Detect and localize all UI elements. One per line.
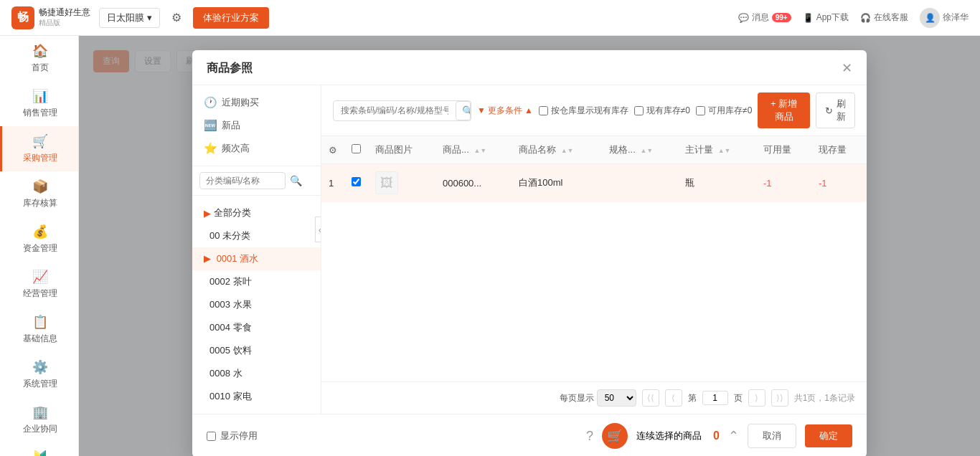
cell-stock: -1 <box>811 164 867 202</box>
experience-button[interactable]: 体验行业方案 <box>193 7 269 29</box>
page-label: 第 <box>688 392 697 404</box>
sort-icon-spec: ▲▼ <box>640 147 653 154</box>
sidebar-item-purchase[interactable]: 🛒 采购管理 <box>0 126 78 171</box>
col-spec[interactable]: 规格... ▲▼ <box>602 136 678 164</box>
show-disabled-checkbox[interactable] <box>207 432 216 441</box>
filter-usable-nonzero[interactable]: 可用库存≠0 <box>696 105 752 117</box>
cart-collapse-icon[interactable]: ⌃ <box>728 428 739 444</box>
last-page-button[interactable]: ⟩⟩ <box>771 389 788 407</box>
user-name: 徐泽华 <box>943 11 969 24</box>
confirm-button[interactable]: 确定 <box>805 424 852 447</box>
cell-unit: 瓶 <box>678 164 756 202</box>
page-size-label: 每页显示 <box>560 392 594 404</box>
sidebar-label-purchase: 采购管理 <box>23 152 57 164</box>
sort-icon-code: ▲▼ <box>473 147 486 154</box>
next-page-button[interactable]: ⟩ <box>748 389 765 407</box>
sidebar-item-inventory[interactable]: 📦 库存核算 <box>0 171 78 217</box>
category-item-0004[interactable]: 0004 零食 <box>192 316 321 339</box>
cart-button[interactable]: 🛒 <box>602 423 628 449</box>
filter-warehouse-label: 按仓库显示现有库存 <box>551 105 628 117</box>
store-select[interactable]: 日太阳膜 ▾ <box>99 8 160 28</box>
sidebar: 🏠 首页 📊 销售管理 🛒 采购管理 📦 库存核算 💰 资金管理 📈 经营管理 … <box>0 36 79 456</box>
col-code[interactable]: 商品... ▲▼ <box>435 136 512 164</box>
filter-available-nonzero[interactable]: 现有库存≠0 <box>634 105 690 117</box>
star-icon: ⭐ <box>204 142 217 155</box>
product-name: 白酒100ml <box>519 177 562 188</box>
sidebar-label-enterprise: 企业协同 <box>23 423 57 435</box>
cancel-button[interactable]: 取消 <box>748 424 796 448</box>
filter-by-warehouse[interactable]: 按仓库显示现有库存 <box>539 105 628 117</box>
category-search-input[interactable] <box>199 172 286 189</box>
page-size-select: 每页显示 10 20 50 100 <box>560 389 636 407</box>
sidebar-item-sales[interactable]: 📊 销售管理 <box>0 81 78 126</box>
app-download-button[interactable]: 📱 App下载 <box>803 11 849 24</box>
page-input[interactable] <box>702 391 728 405</box>
category-item-0005[interactable]: 0005 饮料 <box>192 339 321 362</box>
col-checkbox-all[interactable] <box>344 136 368 164</box>
add-product-button[interactable]: + 新增商品 <box>758 92 810 128</box>
page-size-dropdown[interactable]: 10 20 50 100 <box>597 389 636 407</box>
col-settings[interactable]: ⚙ <box>321 136 344 164</box>
shortcut-recent[interactable]: 🕐 近期购买 <box>192 91 321 114</box>
table-row[interactable]: 1 🖼 000600... <box>321 164 867 202</box>
filter-more-button[interactable]: ▼ 更多条件 ▲ <box>477 105 533 117</box>
refresh-icon: ↻ <box>825 105 833 116</box>
purchase-icon: 🛒 <box>32 133 48 149</box>
category-item-0003[interactable]: 0003 水果 <box>192 293 321 316</box>
filter-warehouse-checkbox[interactable] <box>539 106 548 115</box>
message-badge: 99+ <box>772 13 791 22</box>
category-collapse-button[interactable]: ‹‹ <box>315 217 321 242</box>
gear-icon[interactable]: ⚙ <box>169 8 184 27</box>
row-checkbox[interactable] <box>352 177 361 186</box>
category-item-00[interactable]: 00 未分类 <box>192 224 321 247</box>
select-all-checkbox[interactable] <box>352 144 361 153</box>
cell-spec <box>602 164 678 202</box>
triangle-icon-0001: ▶ <box>204 253 211 264</box>
sidebar-item-operation[interactable]: 📈 经营管理 <box>0 262 78 307</box>
category-0001-label: 0001 酒水 <box>217 253 259 264</box>
category-item-0008[interactable]: 0008 水 <box>192 362 321 385</box>
first-page-button[interactable]: ⟨⟨ <box>642 389 659 407</box>
message-button[interactable]: 💬 消息 99+ <box>738 11 791 24</box>
service-button[interactable]: 🎧 在线客服 <box>860 11 908 24</box>
table-header-row: ⚙ 商品图片 商品... ▲▼ <box>321 136 867 164</box>
user-area[interactable]: 👤 徐泽华 <box>920 8 969 28</box>
pagination-bar: 每页显示 10 20 50 100 ⟨⟨ ⟨ 第 页 <box>321 381 867 414</box>
product-code: 000600... <box>443 178 481 189</box>
sidebar-item-finance[interactable]: 💰 资金管理 <box>0 217 78 262</box>
col-name[interactable]: 商品名称 ▲▼ <box>512 136 602 164</box>
filter-usable-checkbox[interactable] <box>696 106 705 115</box>
category-search-icon[interactable]: 🔍 <box>290 175 302 186</box>
category-item-0001[interactable]: ▶ 0001 酒水 <box>192 247 321 270</box>
modal-close-button[interactable]: ✕ <box>842 60 852 76</box>
sidebar-label-inventory: 库存核算 <box>23 197 57 209</box>
sidebar-item-guide[interactable]: 🔰 新手引导 <box>0 442 78 456</box>
category-all[interactable]: ▶ 全部分类 <box>192 201 321 224</box>
sidebar-item-system[interactable]: ⚙️ 系统管理 <box>0 352 78 397</box>
product-search-input[interactable] <box>334 102 456 119</box>
filter-bar: 🔍 ▼ 更多条件 ▲ 按仓库显示现有库存 <box>321 85 867 136</box>
prev-page-button[interactable]: ⟨ <box>665 389 682 407</box>
sidebar-item-enterprise[interactable]: 🏢 企业协同 <box>0 397 78 442</box>
category-item-0010[interactable]: 0010 家电 <box>192 385 321 408</box>
help-icon[interactable]: ? <box>586 429 593 444</box>
cell-checkbox[interactable] <box>344 164 368 202</box>
sidebar-item-basic[interactable]: 📋 基础信息 <box>0 307 78 352</box>
system-icon: ⚙️ <box>32 359 48 375</box>
filter-available-checkbox[interactable] <box>634 106 644 115</box>
category-item-0002[interactable]: 0002 茶叶 <box>192 270 321 293</box>
col-stock: 现存量 <box>811 136 867 164</box>
app-label: App下载 <box>816 11 849 24</box>
col-unit[interactable]: 主计量 ▲▼ <box>678 136 756 164</box>
product-search-icon[interactable]: 🔍 <box>456 101 471 120</box>
basic-icon: 📋 <box>32 314 48 330</box>
cell-image: 🖼 <box>368 164 435 202</box>
nav-right: 💬 消息 99+ 📱 App下载 🎧 在线客服 👤 徐泽华 <box>738 8 969 28</box>
sidebar-item-home[interactable]: 🏠 首页 <box>0 36 78 81</box>
shortcut-new[interactable]: 🆕 新品 <box>192 114 321 137</box>
category-00-label: 00 未分类 <box>209 230 250 241</box>
refresh-button[interactable]: ↻ 刷新 <box>816 92 855 128</box>
show-disabled-wrap[interactable]: 显示停用 <box>207 429 258 442</box>
shortcut-frequent-label: 频次高 <box>222 142 250 155</box>
shortcut-frequent[interactable]: ⭐ 频次高 <box>192 137 321 160</box>
